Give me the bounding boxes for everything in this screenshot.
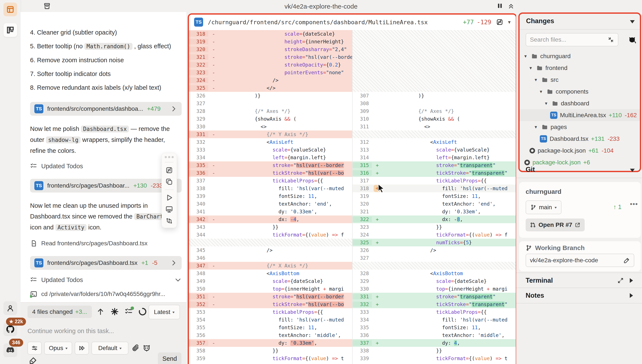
diff-line-old-332[interactable]: 332 <AxisLeft <box>189 138 352 146</box>
diff-line-old-326[interactable]: 326 )} <box>189 92 352 100</box>
diff-line-new-307[interactable]: 307 )} <box>353 92 516 100</box>
settings-sliders-button[interactable] <box>28 342 42 354</box>
file-diff-chip[interactable]: TSfrontend/src/pages/Dashboar...+130-233 <box>30 179 182 192</box>
chevron-down-icon[interactable]: ▾ <box>508 19 511 25</box>
diff-line-old-322[interactable]: 322- strokeOpacity={0.2} <box>189 61 352 69</box>
diff-line-new-315[interactable]: 315+ stroke="transparent" <box>353 162 516 169</box>
diff-line-new-319[interactable]: 319 fontSize: 11, <box>353 192 516 200</box>
diff-line-new-325[interactable]: 325+ numTicks={5} <box>353 239 516 246</box>
diff-line-new-313[interactable]: 313 scale={valueScale} <box>353 146 516 154</box>
composer-input[interactable]: Continue working on this task... <box>28 328 114 334</box>
diff-line-old-318[interactable]: 318- scale={dateScale} <box>189 30 352 38</box>
caret-down-icon[interactable]: ▾ <box>535 77 539 83</box>
diff-line-old-328[interactable]: 328 {/* Axes */} <box>189 107 352 115</box>
brush-icon[interactable] <box>28 357 37 364</box>
diff-line-old-352[interactable]: 352- tickStroke="hsl(var(--bo <box>189 300 352 308</box>
collapse-up-icon[interactable] <box>508 2 514 9</box>
tree-item-src[interactable]: ▾src <box>520 74 640 86</box>
diff-line-old-342[interactable]: 342- dx: -4, <box>189 216 352 223</box>
diff-line-old-356[interactable]: 356 textAnchor: 'middle', <box>189 332 352 339</box>
diff-line-old-354[interactable]: 354 fill: 'hsl(var(--muted <box>189 316 352 324</box>
tree-item-Dashboard.tsx[interactable]: TSDashboard.tsx+131-233 <box>520 133 640 145</box>
version-dropdown[interactable]: Latest▾ <box>149 305 180 319</box>
cat-icon[interactable] <box>143 344 151 352</box>
diff-line-old-346[interactable]: 346 <box>189 254 352 262</box>
caret-down-icon[interactable]: ▾ <box>529 65 534 71</box>
diff-line-new-314[interactable]: 314 left={margin.left} <box>353 154 516 162</box>
caret-down-icon[interactable]: ▾ <box>545 101 549 106</box>
tree-item-package-lock.json[interactable]: package-lock.json+61-104 <box>520 145 640 156</box>
diff-line-old-358[interactable]: 358 }} <box>189 347 352 354</box>
chevron-right-icon[interactable] <box>170 259 177 266</box>
diff-line-old-345[interactable]: 345 /> <box>189 246 352 254</box>
git-compare-icon[interactable] <box>165 217 173 225</box>
diff-line-old-347[interactable]: 347- {/* X Axis */} <box>189 262 352 270</box>
diff-line-old-333[interactable]: 333 scale={valueScale} <box>189 146 352 154</box>
diff-line-old-320[interactable]: 320- strokeDasharray="2,4" <box>189 46 352 53</box>
diff-line-new-311[interactable]: 311 <> <box>353 123 516 130</box>
tree-item-package-lock.json[interactable]: package-lock.json+6 <box>520 156 640 168</box>
chevron-right-icon[interactable] <box>630 293 633 298</box>
chevron-right-icon[interactable] <box>630 278 633 283</box>
diff-header[interactable]: TS /churnguard/frontend/src/components/d… <box>189 14 516 30</box>
branch-dropdown[interactable]: main▾ <box>526 200 561 214</box>
expand-icon[interactable] <box>617 277 624 284</box>
diff-line-new-326[interactable]: 326 /> <box>353 246 516 254</box>
tree-item-frontend[interactable]: ▾frontend <box>520 62 640 74</box>
diff-line-new-308[interactable]: 308 <box>353 100 516 107</box>
updated-todos-row[interactable]: Updated Todos <box>30 276 182 284</box>
diff-line-new-316[interactable]: 316+ tickStroke="transparent" <box>353 169 516 177</box>
tree-item-churnguard[interactable]: ▾churnguard <box>520 50 640 62</box>
caret-down-icon[interactable]: ▾ <box>535 124 539 130</box>
collapse-tree-icon[interactable] <box>608 36 614 43</box>
diff-line-old-334[interactable]: 334 left={margin.left} <box>189 154 352 162</box>
diff-line-old-331[interactable]: 331- {/* Y Axis */} <box>189 130 352 138</box>
tree-item-MultiLineArea.tsx[interactable]: TSMultiLineArea.tsx+110-162 <box>520 109 640 121</box>
commits-ahead[interactable]: ↑1 <box>613 204 621 210</box>
working-branch-input[interactable]: vk/4e2a-explore-the-code <box>526 254 634 267</box>
open-pr-button[interactable]: Open PR #7 <box>526 218 585 231</box>
chevron-right-icon[interactable] <box>170 105 177 112</box>
diff-line-new-330[interactable]: 330 top={innerHeight + margi <box>353 285 516 293</box>
diff-line-new-331[interactable]: 331+ stroke="transparent" <box>353 293 516 300</box>
changes-collapse-caret[interactable] <box>630 20 635 24</box>
diff-line-new-333[interactable]: 333 tickLabelProps={{ <box>353 308 516 316</box>
read-file-row[interactable]: Read frontend/src/pages/Dashboard.tsx <box>30 240 182 247</box>
send-button[interactable]: Send <box>158 352 181 364</box>
pause-icon[interactable] <box>497 2 503 9</box>
notes-section-header[interactable]: Notes <box>526 290 633 300</box>
diff-line-new-338[interactable]: 338 }} <box>353 347 516 354</box>
diff-line-old-339[interactable]: 339 fontSize: 11, <box>189 192 352 200</box>
push-up-icon[interactable] <box>96 307 105 316</box>
file-diff-chip[interactable]: TSfrontend/src/components/dashboa...+479 <box>30 102 182 116</box>
diff-line-new-327[interactable]: 327 <box>353 254 516 262</box>
diff-line-new-310[interactable]: 310 {showAxis && ( <box>353 115 516 123</box>
cat-filter-icon[interactable] <box>628 36 636 44</box>
diff-view-icon[interactable] <box>165 166 173 174</box>
diff-line-old-321[interactable]: 321- stroke="hsl(var(--border <box>189 53 352 61</box>
diff-line-old-344[interactable]: 344 tickFormat={(value) => f <box>189 231 352 239</box>
diff-line-new-339[interactable]: 339 tickFormat={(value) => t <box>353 354 516 362</box>
diff-line-old-324[interactable]: 324- /> <box>189 76 352 84</box>
diff-line-new-312[interactable]: 312 <AxisLeft <box>353 138 516 146</box>
message-hover-toolbar[interactable] <box>162 153 177 228</box>
diff-line-new-329[interactable]: 329 scale={dateScale} <box>353 277 516 285</box>
diff-line-new-323[interactable]: 323 }} <box>353 223 516 231</box>
diff-line-old-335[interactable]: 335- stroke="hsl(var(--border <box>189 162 352 169</box>
updated-todos-row[interactable]: Updated Todos <box>30 162 182 170</box>
diff-line-new-336[interactable]: 336 textAnchor: 'middle', <box>353 332 516 339</box>
more-options-button[interactable]: ••• <box>630 200 638 208</box>
terminal-section-header[interactable]: Terminal <box>526 276 633 286</box>
caret-down-icon[interactable]: ▾ <box>540 89 544 94</box>
diff-line-old-330[interactable]: 330 <> <box>189 123 352 130</box>
chevron-down-icon[interactable] <box>174 276 182 284</box>
diff-line-new-322[interactable]: 322+ dx: -8, <box>353 216 516 223</box>
diff-line-old-323[interactable]: 323- pointerEvents="none" <box>189 69 352 76</box>
diff-line-new-321[interactable]: 321 dy: '0.33em', <box>353 208 516 216</box>
diff-line-new-334[interactable]: 334 fill: 'hsl(var(--muted <box>353 316 516 324</box>
diff-line-new-335[interactable]: 335 fontSize: 11, <box>353 324 516 332</box>
diff-line-old-343[interactable]: 343 }} <box>189 223 352 231</box>
tree-item-dashboard[interactable]: ▾dashboard <box>520 98 640 109</box>
file-diff-chip[interactable]: TSfrontend/src/pages/Dashboard.tsx+1-5 <box>30 256 182 270</box>
edit-pencil-icon[interactable] <box>623 257 630 264</box>
